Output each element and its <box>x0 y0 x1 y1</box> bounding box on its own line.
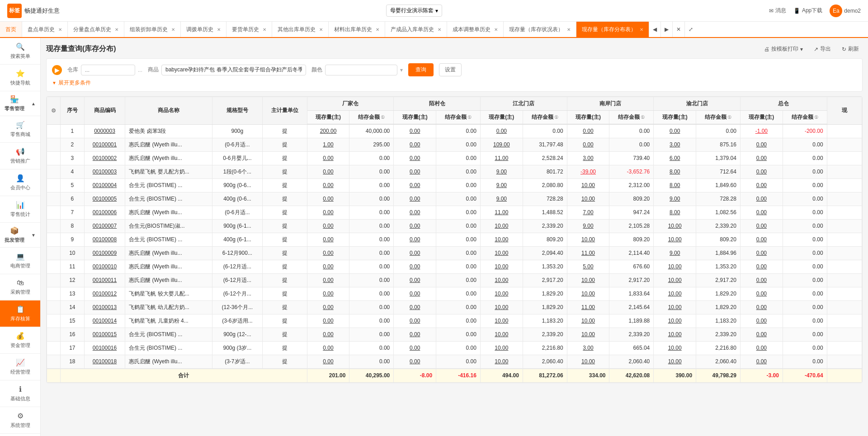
cell-yb-qty[interactable]: 8.00 <box>654 206 696 219</box>
cell-cj-qty[interactable]: 0.00 <box>307 219 349 233</box>
sidebar-item-shop[interactable]: 🛒 零售商城 <box>0 116 40 143</box>
cell-na-qty[interactable]: 0.00 <box>567 124 609 138</box>
cell-na-qty[interactable]: 3.00 <box>567 151 609 165</box>
cell-na-qty[interactable]: 10.00 <box>567 192 609 206</box>
info-icon[interactable]: ① <box>727 115 731 120</box>
filter-expand-btn[interactable]: ▶ <box>52 65 62 75</box>
cell-code[interactable]: 00100009 <box>84 246 125 260</box>
cell-checkbox[interactable] <box>47 273 61 287</box>
cell-checkbox[interactable] <box>47 314 61 328</box>
cell-jb-qty[interactable]: 0.00 <box>480 124 523 138</box>
sidebar-item-operation[interactable]: 📈 经营管理 <box>0 354 40 380</box>
cell-cj-qty[interactable]: 0.00 <box>307 246 349 260</box>
tab-stock-dist[interactable]: 现存量（库存分布表） ✕ <box>576 22 649 37</box>
cell-cj-qty[interactable]: 0.00 <box>307 165 349 178</box>
cell-total-qty[interactable]: 0.00 <box>740 151 783 165</box>
cell-mc-qty[interactable]: 0.00 <box>394 314 436 328</box>
cell-code[interactable]: 00100001 <box>84 138 125 151</box>
close-icon[interactable]: ✕ <box>640 27 643 32</box>
cell-jb-qty[interactable]: 10.00 <box>480 300 523 314</box>
cell-total-qty[interactable]: 0.00 <box>740 206 783 219</box>
close-icon[interactable]: ✕ <box>171 27 175 32</box>
cell-na-qty[interactable]: 11.00 <box>567 300 609 314</box>
close-icon[interactable]: ✕ <box>494 27 498 32</box>
close-icon[interactable]: ✕ <box>319 27 323 32</box>
cell-checkbox[interactable] <box>47 165 61 178</box>
filter-expand-more[interactable]: ▼ 展开更多条件 <box>52 79 857 87</box>
cell-jb-qty[interactable]: 10.00 <box>480 246 523 260</box>
cell-na-qty[interactable]: 10.00 <box>567 314 609 328</box>
close-icon[interactable]: ✕ <box>567 27 571 32</box>
cell-cj-qty[interactable]: 0.00 <box>307 314 349 328</box>
cell-code[interactable]: 00100015 <box>84 328 125 341</box>
cell-na-qty[interactable]: 10.00 <box>567 273 609 287</box>
cell-checkbox[interactable] <box>47 328 61 341</box>
tab-inventory-count[interactable]: 盘点单历史 ✕ <box>22 22 68 37</box>
cell-mc-qty[interactable]: 0.00 <box>394 151 436 165</box>
close-icon[interactable]: ✕ <box>376 27 379 32</box>
cell-mc-qty[interactable]: 0.00 <box>394 328 436 341</box>
cell-code[interactable]: 0000003 <box>84 124 125 138</box>
cell-cj-qty[interactable]: 200.00 <box>307 124 349 138</box>
cell-code[interactable]: 00100002 <box>84 151 125 165</box>
tab-expand-btn[interactable]: ⤢ <box>685 22 697 37</box>
sidebar-item-collab[interactable]: 🤝 企业协同 <box>0 434 40 436</box>
cell-cj-qty[interactable]: 0.00 <box>307 151 349 165</box>
cell-mc-qty[interactable]: 0.00 <box>394 260 436 273</box>
sidebar-item-system[interactable]: ⚙ 系统管理 <box>0 407 40 434</box>
cell-code[interactable]: 00100011 <box>84 273 125 287</box>
cell-total-qty[interactable]: 0.00 <box>740 219 783 233</box>
cell-total-qty[interactable]: 0.00 <box>740 260 783 273</box>
close-icon[interactable]: ✕ <box>58 27 62 32</box>
cell-na-qty[interactable]: 3.00 <box>567 341 609 355</box>
sidebar-item-ecommerce[interactable]: 💻 电商管理 <box>0 248 40 274</box>
tab-sub-count[interactable]: 分量盘点单历史 ✕ <box>68 22 124 37</box>
cell-checkbox[interactable] <box>47 233 61 246</box>
cell-total-qty[interactable]: 0.00 <box>740 165 783 178</box>
cell-cj-qty[interactable]: 0.00 <box>307 273 349 287</box>
cell-mc-qty[interactable]: 0.00 <box>394 165 436 178</box>
cell-na-qty[interactable]: 10.00 <box>567 287 609 300</box>
cell-cj-qty[interactable]: 0.00 <box>307 178 349 192</box>
sidebar-item-marketing[interactable]: 📢 营销推广 <box>0 143 40 169</box>
tab-home[interactable]: 首页 <box>0 22 22 37</box>
cell-yb-qty[interactable]: 10.00 <box>654 300 696 314</box>
cell-na-qty[interactable]: 10.00 <box>567 328 609 341</box>
cell-jb-qty[interactable]: 9.00 <box>480 165 523 178</box>
info-icon[interactable]: ① <box>814 115 818 120</box>
sidebar-item-inventory[interactable]: 📋 库存核算 <box>0 300 40 327</box>
cell-code[interactable]: 00100008 <box>84 233 125 246</box>
cell-total-qty[interactable]: 0.00 <box>740 341 783 355</box>
cell-code[interactable]: 00100004 <box>84 178 125 192</box>
cell-code[interactable]: 00100003 <box>84 165 125 178</box>
sidebar-item-retail[interactable]: 🏪 零售管理 ▲ <box>0 91 40 116</box>
cell-jb-qty[interactable]: 9.00 <box>480 178 523 192</box>
sidebar-item-purchase[interactable]: 🛍 采购管理 <box>0 274 40 300</box>
cell-cj-qty[interactable]: 0.00 <box>307 328 349 341</box>
cell-yb-qty[interactable]: 0.00 <box>654 124 696 138</box>
sidebar-item-basic[interactable]: ℹ 基础信息 <box>0 380 40 407</box>
cell-mc-qty[interactable]: 0.00 <box>394 124 436 138</box>
sidebar-item-retail-stats[interactable]: 📊 零售统计 <box>0 196 40 223</box>
tab-order[interactable]: 要货单历史 ✕ <box>226 22 272 37</box>
color-input[interactable] <box>325 65 397 75</box>
user-area[interactable]: Ea demo2 <box>830 5 861 17</box>
cell-total-qty[interactable]: 0.00 <box>740 233 783 246</box>
cell-checkbox[interactable] <box>47 219 61 233</box>
sidebar-item-quicknav[interactable]: ⭐ 快捷导航 <box>0 65 40 91</box>
cell-code[interactable]: 00100018 <box>84 355 125 369</box>
cell-checkbox[interactable] <box>47 192 61 206</box>
cell-jb-qty[interactable]: 9.00 <box>480 192 523 206</box>
tab-transfer[interactable]: 调拨单历史 ✕ <box>181 22 226 37</box>
cell-code[interactable]: 00100010 <box>84 260 125 273</box>
cell-code[interactable]: 00100007 <box>84 219 125 233</box>
settings-btn[interactable]: 设置 <box>439 63 462 76</box>
cell-jb-qty[interactable]: 10.00 <box>480 287 523 300</box>
tab-assembly[interactable]: 组装折卸单历史 ✕ <box>124 22 181 37</box>
logo-area[interactable]: 标签 畅捷通好生意 <box>7 4 60 18</box>
cell-mc-qty[interactable]: 0.00 <box>394 287 436 300</box>
cell-jb-qty[interactable]: 11.00 <box>480 151 523 165</box>
cell-yb-qty[interactable]: 6.00 <box>654 151 696 165</box>
cell-code[interactable]: 00100013 <box>84 300 125 314</box>
cell-na-qty[interactable]: 11.00 <box>567 246 609 260</box>
